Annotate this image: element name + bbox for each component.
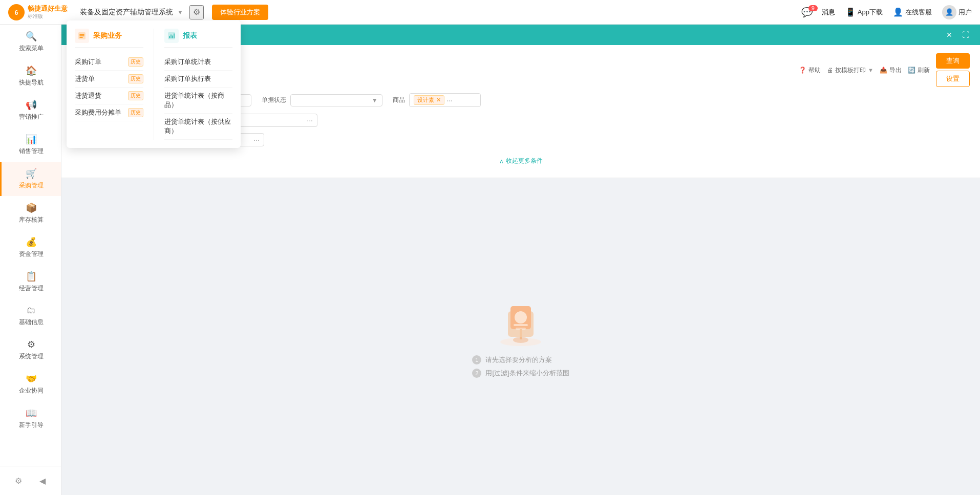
- main-layout: 🔍 搜索菜单 🏠 快捷导航 📢 营销推广 📊 销售管理 🛒 采购管理 📦 库存核…: [0, 25, 980, 495]
- menu-item-goods-return[interactable]: 进货退货 历史: [75, 88, 143, 104]
- help-icon: ❓: [799, 67, 806, 74]
- empty-tips: 1 请先选择要分析的方案 2 用[过滤]条件来缩小分析范围: [472, 355, 569, 378]
- home-icon: 🏠: [26, 65, 37, 76]
- status-dropdown-arrow: ▼: [372, 97, 378, 104]
- sidebar-item-finance[interactable]: 💰 资金管理: [0, 230, 61, 265]
- app-download[interactable]: 📱 App下载: [845, 7, 883, 17]
- purchase-column-title: 采购业务: [75, 29, 143, 48]
- menu-item-purchase-order-exec[interactable]: 采购订单执行表: [164, 71, 233, 88]
- menu-item-goods-receipt-by-supplier[interactable]: 进货单统计表（按供应商）: [164, 114, 233, 140]
- money-icon: 💰: [26, 236, 37, 248]
- svg-text:6: 6: [15, 9, 18, 16]
- menu-item-purchase-expense[interactable]: 采购费用分摊单 历史: [75, 104, 143, 121]
- sidebar: 🔍 搜索菜单 🏠 快捷导航 📢 营销推广 📊 销售管理 🛒 采购管理 📦 库存核…: [0, 25, 61, 495]
- empty-tip-1: 1 请先选择要分析的方案: [472, 355, 569, 364]
- sidebar-item-system[interactable]: ⚙ 系统管理: [0, 333, 61, 367]
- menu-item-goods-receipt-by-product[interactable]: 进货单统计表（按商品）: [164, 88, 233, 114]
- header-settings-button[interactable]: ⚙: [189, 5, 204, 19]
- online-service[interactable]: 👤 在线客服: [893, 7, 932, 17]
- export-button[interactable]: 📤 导出: [880, 53, 902, 87]
- svg-point-5: [515, 311, 527, 324]
- logo-text: 畅捷通好生意 标准版: [28, 5, 68, 20]
- collapse-button[interactable]: ∧ 收起更多条件: [72, 153, 970, 169]
- enterprise-icon: 🤝: [26, 373, 37, 384]
- sidebar-item-quick[interactable]: 🏠 快捷导航: [0, 59, 61, 93]
- sidebar-item-marketing[interactable]: 📢 营销推广: [0, 93, 61, 127]
- history-badge: 历史: [128, 57, 143, 67]
- content-area: 首页 销售排行榜 ✕ ✕ ⛶ ❓ 帮助: [61, 25, 980, 495]
- system-title-arrow[interactable]: ▼: [177, 9, 183, 16]
- system-title: 装备及固定资产辅助管理系统 ▼: [80, 8, 183, 17]
- svg-point-9: [513, 337, 528, 343]
- goods-filter: 商品 设计素 ✕ ···: [393, 93, 481, 107]
- empty-illustration: [490, 296, 551, 347]
- history-badge: 历史: [128, 108, 143, 117]
- tab-actions: ✕ ⛶: [943, 25, 980, 45]
- reports-column-title: 报表: [164, 29, 233, 48]
- svg-rect-6: [514, 324, 528, 326]
- collapse-up-icon: ∧: [499, 158, 504, 165]
- print-button[interactable]: 🖨 按模板打印 ▼: [827, 53, 874, 87]
- sidebar-item-base[interactable]: 🗂 基础信息: [0, 299, 61, 333]
- user-avatar: 👤: [942, 5, 956, 19]
- sidebar-item-search[interactable]: 🔍 搜索菜单: [0, 25, 61, 59]
- menu-item-goods-receipt[interactable]: 进货单 历史: [75, 71, 143, 88]
- message-badge: 9: [808, 5, 818, 11]
- empty-state: 1 请先选择要分析的方案 2 用[过滤]条件来缩小分析范围: [61, 178, 980, 495]
- sidebar-settings-button[interactable]: ⚙: [10, 472, 27, 489]
- history-badge: 历史: [128, 74, 143, 83]
- history-badge: 历史: [128, 91, 143, 100]
- order-status-input[interactable]: ▼: [290, 94, 382, 106]
- menu-divider: [154, 29, 154, 140]
- search-icon: 🔍: [26, 31, 37, 42]
- tab-expand-button[interactable]: ⛶: [960, 29, 972, 41]
- guide-icon: 📖: [26, 407, 37, 419]
- logo-area: 6 畅捷通好生意 标准版: [8, 4, 70, 20]
- print-icon: 🖨: [827, 67, 833, 74]
- help-button[interactable]: ❓ 帮助: [799, 53, 821, 87]
- tab-close-button[interactable]: ✕: [943, 29, 955, 41]
- sidebar-bottom: ⚙ ◀: [0, 466, 61, 495]
- purchase-title-icon: [75, 29, 89, 43]
- box-icon: 📦: [26, 202, 37, 213]
- logo-icon: 6: [8, 4, 25, 20]
- sidebar-item-sales[interactable]: 📊 销售管理: [0, 127, 61, 162]
- order-status-filter: 单据状态 ▼: [262, 94, 382, 106]
- base-icon: 🗂: [27, 305, 36, 316]
- user-menu[interactable]: 👤 用户: [942, 5, 972, 19]
- empty-tip-2: 2 用[过滤]条件来缩小分析范围: [472, 369, 569, 378]
- system-icon: ⚙: [27, 339, 35, 350]
- message-area[interactable]: 💬 9 消息: [801, 7, 835, 18]
- export-icon: 📤: [880, 67, 887, 74]
- purchase-dropdown-menu: 采购业务 采购订单 历史 进货单 历史 进货退货 历史 采购费用分摊单 历史: [67, 25, 241, 148]
- operations-icon: 📋: [26, 271, 37, 282]
- refresh-button[interactable]: 🔄 刷新: [908, 53, 930, 87]
- industry-btn[interactable]: 体验行业方案: [212, 5, 268, 20]
- cart-icon: 🛒: [26, 168, 37, 179]
- menu-item-purchase-order[interactable]: 采购订单 历史: [75, 54, 143, 71]
- chart-icon: 📊: [26, 134, 37, 145]
- sidebar-item-enterprise[interactable]: 🤝 企业协同: [0, 367, 61, 401]
- reports-column: 报表 采购订单统计表 采购订单执行表 进货单统计表（按商品） 进货单统计表（按供…: [164, 29, 233, 140]
- sidebar-item-purchase[interactable]: 🛒 采购管理: [0, 162, 61, 196]
- goods-tag-remove[interactable]: ✕: [436, 97, 441, 103]
- megaphone-icon: 📢: [26, 99, 37, 111]
- query-button[interactable]: 查询: [936, 53, 970, 69]
- goods-tag: 设计素 ✕: [414, 95, 444, 105]
- sidebar-item-inventory[interactable]: 📦 库存核算: [0, 196, 61, 230]
- sidebar-collapse-button[interactable]: ◀: [34, 472, 51, 489]
- goods-more[interactable]: ···: [446, 96, 453, 104]
- sidebar-item-operations[interactable]: 📋 经营管理: [0, 265, 61, 299]
- menu-item-purchase-order-report[interactable]: 采购订单统计表: [164, 54, 233, 71]
- tab-spacer: [158, 25, 943, 45]
- header-right: 💬 9 消息 📱 App下载 👤 在线客服 👤 用户: [801, 5, 972, 19]
- salesperson-more[interactable]: ···: [307, 116, 313, 124]
- sidebar-item-guide[interactable]: 📖 新手引导: [0, 401, 61, 436]
- purchase-column: 采购业务 采购订单 历史 进货单 历史 进货退货 历史 采购费用分摊单 历史: [75, 29, 143, 140]
- settings-button[interactable]: 设置: [936, 71, 970, 87]
- refresh-icon: 🔄: [908, 67, 915, 74]
- reports-title-icon: [164, 29, 179, 43]
- customer-more[interactable]: ···: [253, 136, 260, 144]
